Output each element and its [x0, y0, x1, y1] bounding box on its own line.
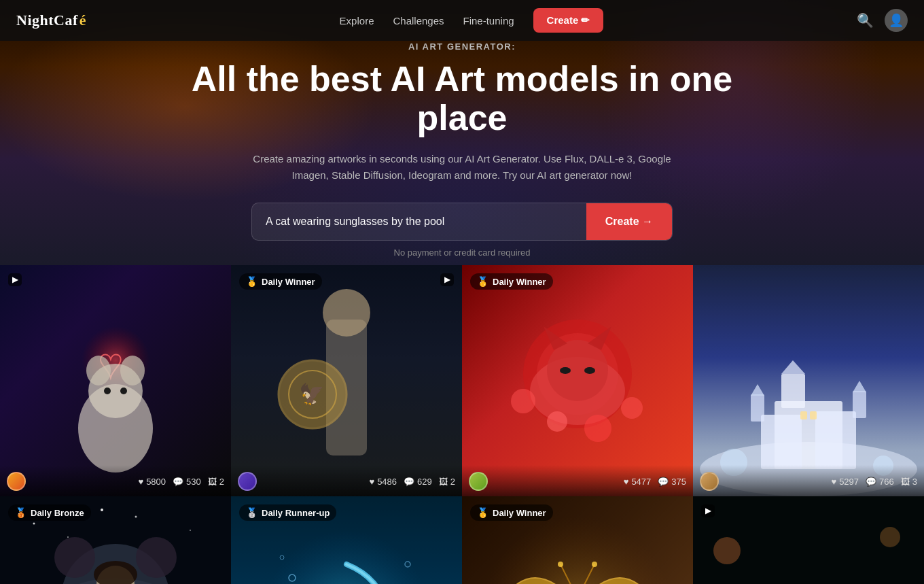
svg-point-4 [86, 356, 111, 385]
nav-fine-tuning[interactable]: Fine-tuning [463, 15, 514, 27]
svg-point-25 [621, 397, 643, 419]
hero-subtitle: AI ART GENERATOR: [408, 41, 516, 52]
item-stats-1: ♥ 5800 💬 530 🖼 2 [138, 477, 224, 487]
user-avatar-1 [7, 472, 26, 491]
svg-point-17 [547, 340, 608, 401]
svg-point-44 [135, 516, 137, 518]
user-avatar-4 [700, 472, 719, 491]
svg-point-10 [323, 289, 370, 337]
header: NightCafé Explore Challenges Fine-tuning… [0, 0, 924, 41]
item-footer-4: ♥ 5297 💬 766 🖼 3 [693, 465, 924, 496]
nav-explore[interactable]: Explore [340, 15, 374, 27]
svg-point-66 [592, 562, 597, 567]
gallery-item-2[interactable]: 🦅 🥇 Daily Winner ▶ ♥ 5486 💬 629 🖼 2 [231, 265, 462, 496]
header-right: 🔍 👤 [857, 9, 908, 32]
hero-description: Create amazing artworks in seconds using… [245, 151, 679, 184]
images-stat-1: 🖼 2 [208, 477, 224, 487]
svg-point-20 [560, 367, 571, 374]
item-stats-2: ♥ 5486 💬 629 🖼 2 [369, 477, 455, 487]
svg-point-45 [190, 530, 191, 531]
svg-point-49 [54, 537, 95, 578]
svg-rect-37 [800, 411, 807, 419]
nav-create-button[interactable]: Create ✏ [533, 8, 604, 33]
svg-point-46 [101, 509, 103, 511]
svg-point-21 [584, 367, 595, 374]
video-badge-8: ▶ [701, 504, 715, 517]
video-badge-2: ▶ [440, 273, 454, 286]
svg-point-7 [120, 388, 127, 394]
daily-winner-badge-2: 🥇 Daily Winner [239, 273, 322, 290]
svg-rect-29 [761, 415, 802, 469]
search-create-button[interactable]: Create → [586, 203, 672, 240]
svg-point-43 [67, 536, 69, 538]
search-icon-button[interactable]: 🔍 [857, 12, 874, 29]
gallery-item-3[interactable]: 🥇 Daily Winner ♥ 5477 💬 375 [462, 265, 693, 496]
daily-bronze-badge: 🥉 Daily Bronze [8, 504, 91, 521]
search-input[interactable] [252, 203, 586, 240]
gallery-item-8[interactable]: ▶ [693, 496, 924, 584]
likes-stat-1: ♥ 5800 [138, 477, 166, 487]
item-stats-4: ♥ 5297 💬 766 🖼 3 [831, 477, 917, 487]
no-payment-text: No payment or credit card required [394, 247, 531, 258]
comments-stat-1: 💬 530 [173, 477, 201, 487]
svg-point-22 [547, 411, 567, 432]
gallery-item-1[interactable]: ♥ ▶ ♥ 5800 💬 530 🖼 2 [0, 265, 231, 496]
daily-winner-badge-3: 🥇 Daily Winner [470, 273, 553, 290]
svg-rect-38 [810, 411, 817, 419]
svg-rect-30 [815, 411, 856, 469]
gallery-item-5[interactable]: 🥉 Daily Bronze [0, 496, 231, 584]
gallery: ♥ ▶ ♥ 5800 💬 530 🖼 2 [0, 265, 924, 584]
svg-point-6 [104, 388, 111, 394]
svg-rect-31 [781, 374, 805, 408]
svg-point-42 [33, 523, 35, 525]
svg-rect-33 [751, 394, 764, 422]
item-footer-1: ♥ 5800 💬 530 🖼 2 [0, 465, 231, 496]
hero-title: All the best AI Art models in one place [190, 60, 734, 137]
nav-challenges[interactable]: Challenges [393, 15, 444, 27]
gallery-item-7[interactable]: 🥇 Daily Winner [462, 496, 693, 584]
svg-rect-35 [853, 391, 866, 418]
daily-winner-badge-7: 🥇 Daily Winner [470, 504, 553, 521]
svg-point-5 [120, 356, 145, 385]
svg-point-65 [558, 562, 563, 567]
item-footer-2: ♥ 5486 💬 629 🖼 2 [231, 465, 462, 496]
gallery-item-4[interactable]: ♥ 5297 💬 766 🖼 3 [693, 265, 924, 496]
item-stats-3: ♥ 5477 💬 375 [624, 477, 686, 487]
item-footer-3: ♥ 5477 💬 375 [462, 465, 693, 496]
svg-point-24 [511, 389, 535, 413]
search-bar: Create → [251, 203, 673, 241]
main-nav: Explore Challenges Fine-tuning Create ✏ [340, 8, 604, 33]
user-avatar-2 [238, 472, 257, 491]
user-avatar[interactable]: 👤 [885, 9, 908, 32]
user-avatar-3 [469, 472, 488, 491]
svg-text:🦅: 🦅 [299, 382, 325, 407]
logo[interactable]: NightCafé [16, 12, 86, 29]
svg-point-50 [136, 537, 177, 578]
svg-point-70 [713, 537, 741, 564]
video-badge-1: ▶ [8, 273, 22, 286]
svg-point-71 [880, 527, 900, 547]
daily-runner-up-badge: 🥈 Daily Runner-up [239, 504, 336, 521]
svg-point-23 [584, 415, 611, 442]
gallery-item-6[interactable]: 🥈 Daily Runner-up [231, 496, 462, 584]
